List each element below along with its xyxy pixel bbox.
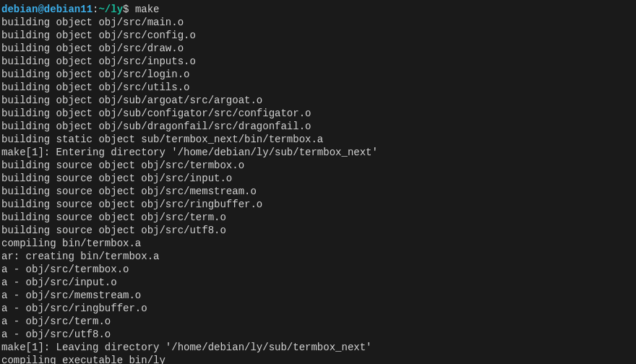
output-line: building object obj/sub/argoat/src/argoa… (1, 94, 635, 107)
output-line: a - obj/src/utf8.o (1, 328, 635, 341)
output-line: a - obj/src/termbox.o (1, 263, 635, 276)
output-line: a - obj/src/term.o (1, 315, 635, 328)
output-line: building source object obj/src/utf8.o (1, 224, 635, 237)
output-line: building object obj/src/inputs.o (1, 55, 635, 68)
prompt-user: debian (1, 4, 38, 15)
terminal-output: building object obj/src/main.obuilding o… (1, 16, 635, 364)
prompt-host: debian11 (44, 4, 93, 15)
output-line: building source object obj/src/termbox.o (1, 159, 635, 172)
prompt-path: ~/ly (98, 4, 123, 15)
output-line: building source object obj/src/ringbuffe… (1, 198, 635, 211)
output-line: building static object sub/termbox_next/… (1, 133, 635, 146)
output-line: building object obj/src/utils.o (1, 81, 635, 94)
output-line: building source object obj/src/term.o (1, 211, 635, 224)
output-line: building source object obj/src/memstream… (1, 185, 635, 198)
output-line: building source object obj/src/input.o (1, 172, 635, 185)
output-line: compiling executable bin/ly (1, 354, 635, 364)
output-line: building object obj/src/login.o (1, 68, 635, 81)
output-line: building object obj/src/main.o (1, 16, 635, 29)
output-line: building object obj/sub/dragonfail/src/d… (1, 120, 635, 133)
output-line: a - obj/src/ringbuffer.o (1, 302, 635, 315)
command-input[interactable]: make (135, 4, 160, 15)
output-line: make[1]: Leaving directory '/home/debian… (1, 341, 635, 354)
output-line: building object obj/src/config.o (1, 29, 635, 42)
output-line: building object obj/sub/configator/src/c… (1, 107, 635, 120)
output-line: a - obj/src/input.o (1, 276, 635, 289)
prompt-at: @ (38, 4, 43, 15)
output-line: a - obj/src/memstream.o (1, 289, 635, 302)
output-line: make[1]: Entering directory '/home/debia… (1, 146, 635, 159)
prompt-line: debian@debian11:~/ly$ make (1, 3, 635, 16)
output-line: building object obj/src/draw.o (1, 42, 635, 55)
output-line: compiling bin/termbox.a (1, 237, 635, 250)
output-line: ar: creating bin/termbox.a (1, 250, 635, 263)
prompt-dollar: $ (123, 4, 135, 15)
